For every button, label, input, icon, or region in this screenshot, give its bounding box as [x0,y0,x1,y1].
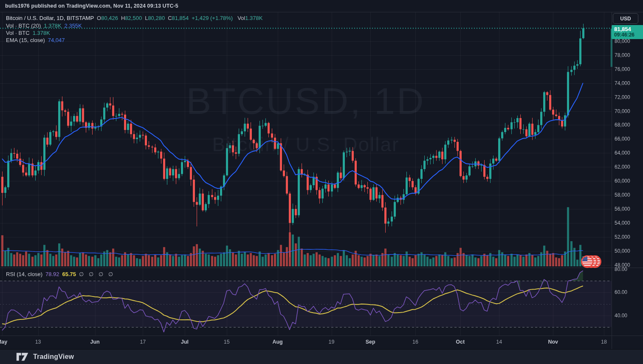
time-axis[interactable]: May13Jun17Jul15Aug19Sep16Oct14Nov18 [0,336,643,349]
price-chart-canvas[interactable] [0,0,643,364]
price-tick-label: 64,000 [615,150,630,156]
last-price-value: 81,854 [614,26,641,32]
price-tick-label: 72,000 [615,94,630,100]
vol-value: 1.378K [245,15,262,21]
high-label: H [121,15,125,21]
legend-symbol-row[interactable]: Bitcoin / U.S. Dollar, 1D, BITSTAMP O80,… [6,14,262,21]
price-tick-label: 74,000 [615,80,630,86]
price-tick-label: 58,000 [615,192,630,198]
price-tick-label: 60,000 [615,178,630,184]
symbol-title: Bitcoin / U.S. Dollar, 1D, BITSTAMP [6,15,94,21]
volume-ma-name: Vol · BTC (20) [6,23,41,29]
vol-label: Vol [237,15,245,21]
time-tick-label: 14 [496,339,502,345]
price-tick-label: 80,000 [615,38,630,44]
us-flag-circle-front [581,255,594,268]
rsi-ma-value: 65.75 [62,271,76,277]
price-tick-label: 68,000 [615,122,630,128]
price-tick-label: 62,000 [615,164,630,170]
rsi-value: 78.92 [45,271,59,277]
bar-close-countdown: 09:46:26 [614,32,641,38]
volume-current: 1.378K [33,30,50,36]
open-value: 80,426 [101,15,118,21]
volume-ma-current: 1.378K [44,23,61,29]
price-tick-label: 52,000 [615,234,630,240]
volume-name: Vol · BTC [6,30,30,36]
price-tick-label: 54,000 [615,220,630,226]
footer-brand-bar: TradingView [0,349,643,364]
change-value: +1,429 (+1.78%) [192,15,233,21]
time-tick-label: Jul [181,339,189,345]
time-tick-label: 13 [35,339,41,345]
tradingview-brand-text[interactable]: TradingView [33,353,74,361]
price-tick-label: 76,000 [615,66,630,72]
time-tick-label: 16 [412,339,418,345]
time-tick-label: 15 [224,339,230,345]
time-tick-label: Oct [456,339,465,345]
time-tick-label: May [0,339,7,345]
last-price-badge: 81,854 09:46:26 [612,25,643,39]
price-tick-label: 70,000 [615,108,630,114]
rsi-tick-label: 80.00 [615,266,627,272]
publish-info-text: bulls1976 published on TradingView.com, … [5,3,178,9]
publish-info-bar: bulls1976 published on TradingView.com, … [0,0,643,12]
ema-name: EMA (15, close) [6,37,45,43]
rsi-name: RSI (14, close) [6,271,42,277]
price-tick-label: 66,000 [615,136,630,142]
price-tick-label: 78,000 [615,52,630,58]
time-tick-label: Jun [90,339,99,345]
low-value: 80,280 [148,15,165,21]
price-axis[interactable]: 80,00078,00076,00074,00072,00070,00068,0… [612,12,643,336]
tradingview-published-chart: bulls1976 published on TradingView.com, … [0,0,643,364]
time-tick-label: 18 [601,339,607,345]
time-tick-label: 19 [329,339,335,345]
ema-value: 74,047 [48,37,65,43]
time-tick-label: 17 [140,339,146,345]
high-value: 82,500 [125,15,142,21]
volume-ma-average: 2.355K [65,23,82,29]
legend-ema-row[interactable]: EMA (15, close) 74,047 [6,37,65,43]
rsi-tick-label: 60.00 [615,289,627,295]
open-label: O [97,15,101,21]
close-label: C [168,15,172,21]
time-tick-label: Nov [548,339,558,345]
rsi-empty-slots: ∅ ∅ ∅ ∅ [79,271,115,277]
legend-volume-ma-row[interactable]: Vol · BTC (20) 1.378K 2.355K [6,22,82,29]
us-flag-marker-icon[interactable] [581,255,603,269]
legend-volume-row[interactable]: Vol · BTC 1.378K [6,29,50,36]
price-tick-label: 50,000 [615,248,630,254]
close-value: 81,854 [172,15,189,21]
time-tick-label: Sep [366,339,375,345]
tradingview-logo-icon[interactable] [16,352,29,361]
legend-rsi-row[interactable]: RSI (14, close) 78.92 65.75 ∅ ∅ ∅ ∅ [6,271,115,277]
rsi-tick-label: 40.00 [615,313,627,319]
price-tick-label: 56,000 [615,206,630,212]
time-tick-label: Aug [272,339,282,345]
